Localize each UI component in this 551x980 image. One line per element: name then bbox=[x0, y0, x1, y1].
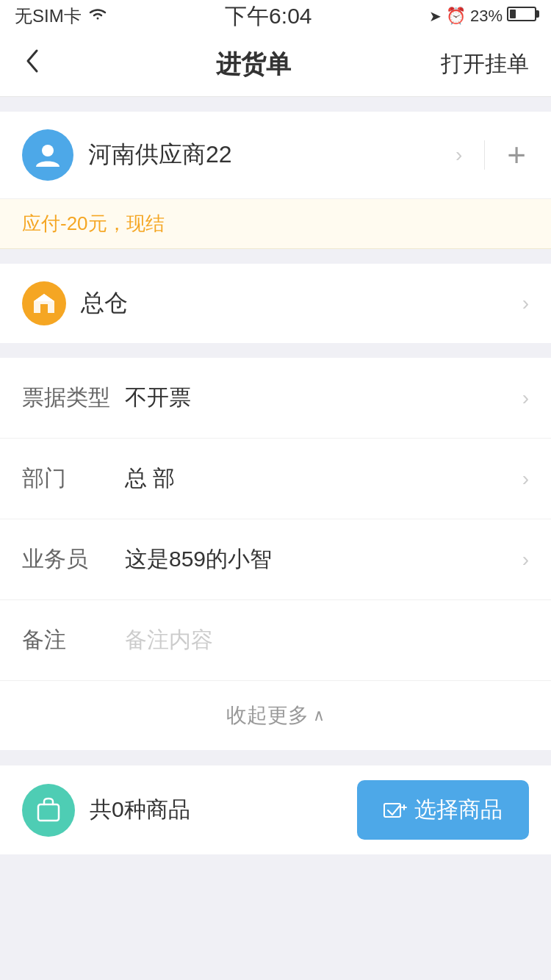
bill-type-chevron-icon: › bbox=[522, 386, 529, 410]
status-left: 无SIM卡 bbox=[15, 4, 108, 28]
open-pending-button[interactable]: 打开挂单 bbox=[441, 49, 529, 79]
sales-row[interactable]: 业务员 这是859的小智 › bbox=[0, 519, 551, 599]
svg-rect-1 bbox=[40, 304, 48, 313]
add-supplier-icon[interactable]: + bbox=[507, 139, 529, 171]
supplier-chevron-icon: › bbox=[455, 143, 462, 167]
sales-chevron-icon: › bbox=[522, 548, 529, 572]
status-bar: 无SIM卡 下午6:04 ➤ ⏰ 23% bbox=[0, 0, 551, 32]
battery-label: 23% bbox=[470, 7, 503, 26]
collapse-arrow-icon: ∧ bbox=[313, 706, 325, 725]
remark-label: 备注 bbox=[22, 625, 125, 655]
dept-label: 部门 bbox=[22, 464, 125, 494]
product-count: 共0种商品 bbox=[90, 795, 357, 825]
dept-value: 总 部 bbox=[125, 464, 515, 494]
warehouse-icon-wrap bbox=[22, 281, 66, 325]
warehouse-card: 总仓 › bbox=[0, 264, 551, 343]
wifi-icon bbox=[87, 6, 108, 26]
select-product-label: 选择商品 bbox=[414, 795, 503, 825]
supplier-actions: › + bbox=[455, 139, 529, 171]
dept-chevron-icon: › bbox=[522, 467, 529, 491]
status-right: ➤ ⏰ 23% bbox=[429, 7, 536, 26]
page-title: 进货单 bbox=[216, 48, 291, 82]
warehouse-name: 总仓 bbox=[81, 287, 522, 320]
bill-type-value: 不开票 bbox=[125, 383, 515, 413]
section-gap-4 bbox=[0, 750, 551, 765]
select-product-button[interactable]: 选择商品 bbox=[357, 780, 529, 840]
alarm-icon: ⏰ bbox=[446, 7, 466, 26]
supplier-card: 河南供应商22 › + 应付-20元，现结 bbox=[0, 112, 551, 249]
location-icon: ➤ bbox=[429, 7, 442, 25]
collapse-text: 收起更多 bbox=[226, 702, 309, 729]
remark-input[interactable]: 备注内容 bbox=[125, 625, 529, 655]
sales-value: 这是859的小智 bbox=[125, 544, 515, 574]
collapse-bar[interactable]: 收起更多 ∧ bbox=[0, 680, 551, 750]
nav-bar: 进货单 打开挂单 bbox=[0, 32, 551, 97]
supplier-name: 河南供应商22 bbox=[88, 139, 455, 171]
back-button[interactable] bbox=[22, 45, 66, 84]
form-section: 票据类型 不开票 › 部门 总 部 › 业务员 这是859的小智 › 备注 备注… bbox=[0, 358, 551, 750]
section-gap-2 bbox=[0, 249, 551, 264]
notice-text: 应付-20元，现结 bbox=[22, 212, 165, 234]
warehouse-chevron-icon: › bbox=[522, 292, 529, 315]
section-gap-1 bbox=[0, 97, 551, 112]
divider bbox=[484, 140, 485, 170]
remark-row[interactable]: 备注 备注内容 bbox=[0, 599, 551, 680]
notice-bar: 应付-20元，现结 bbox=[0, 199, 551, 249]
warehouse-row[interactable]: 总仓 › bbox=[0, 264, 551, 343]
bill-type-row[interactable]: 票据类型 不开票 › bbox=[0, 358, 551, 438]
section-gap-3 bbox=[0, 343, 551, 358]
dept-row[interactable]: 部门 总 部 › bbox=[0, 438, 551, 519]
product-bar: 共0种商品 选择商品 bbox=[0, 765, 551, 854]
supplier-avatar bbox=[22, 129, 73, 181]
time-label: 下午6:04 bbox=[225, 1, 311, 32]
svg-rect-2 bbox=[38, 804, 59, 821]
carrier-label: 无SIM卡 bbox=[15, 4, 82, 28]
battery-icon bbox=[507, 7, 536, 26]
bill-type-label: 票据类型 bbox=[22, 383, 125, 413]
supplier-row[interactable]: 河南供应商22 › + bbox=[0, 112, 551, 199]
sales-label: 业务员 bbox=[22, 544, 125, 574]
product-icon-wrap bbox=[22, 784, 75, 837]
svg-point-0 bbox=[42, 145, 54, 156]
